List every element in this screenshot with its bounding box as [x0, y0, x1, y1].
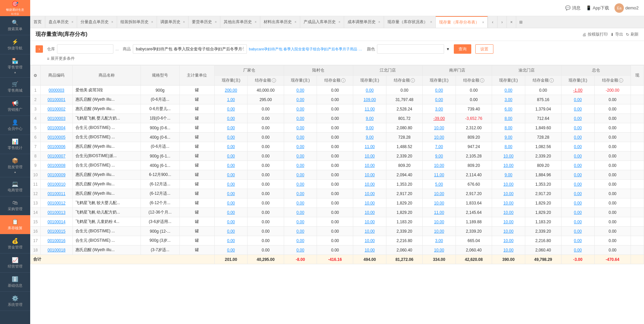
row-na-qty[interactable]: 3.00	[423, 236, 456, 245]
row-code[interactable]: 00100002	[41, 104, 72, 114]
sidebar-item-wholesale[interactable]: 📦 批发管理 ▲	[0, 154, 30, 177]
tab-next-btn[interactable]: ›	[497, 16, 506, 28]
row-yb-qty[interactable]: 3.00	[492, 95, 525, 104]
row-zc-qty[interactable]: 0.00	[561, 151, 594, 161]
row-yb-qty[interactable]: 8.00	[492, 114, 525, 123]
row-yb-qty[interactable]: 10.00	[492, 217, 525, 227]
row-jb-qty[interactable]: 11.00	[353, 104, 386, 114]
sidebar-item-member[interactable]: 👤 会员中心	[0, 116, 30, 135]
row-jb-qty[interactable]: 9.00	[353, 123, 386, 133]
tab-stocktake-close[interactable]: ×	[71, 20, 73, 24]
row-lc-qty[interactable]: 0.00	[284, 123, 317, 133]
row-na-qty[interactable]: 7.00	[423, 142, 456, 151]
row-zc-qty[interactable]: 0.00	[561, 142, 594, 151]
row-yb-qty[interactable]: 8.00	[492, 142, 525, 151]
tab-prev-btn[interactable]: ‹	[488, 16, 497, 28]
yb-amt-info[interactable]: i	[549, 78, 554, 83]
row-lc-qty[interactable]: 0.00	[284, 161, 317, 170]
row-zc-qty[interactable]: 0.00	[561, 170, 594, 180]
row-zc-qty[interactable]: 0.00	[561, 123, 594, 133]
row-code[interactable]: 00100012	[41, 198, 72, 208]
row-yb-qty[interactable]: 10.00	[492, 161, 525, 170]
row-lc-qty[interactable]: 0.00	[284, 86, 317, 95]
sidebar-item-info[interactable]: ℹ️ 基础信息	[0, 273, 30, 292]
row-jb-qty[interactable]: 10.00	[353, 217, 386, 227]
tab-other-out-close[interactable]: ×	[255, 20, 257, 24]
jb-amt-info[interactable]: i	[411, 78, 415, 83]
row-jb-qty[interactable]: 9.00	[353, 133, 386, 142]
tab-partial-stocktake[interactable]: 分量盘点单历史 ×	[77, 16, 117, 28]
row-code[interactable]: 00100004	[41, 123, 72, 133]
row-zc-qty[interactable]: 0.00	[561, 236, 594, 245]
tab-assemble[interactable]: 组装拆卸单历史 ×	[117, 16, 157, 28]
row-fj-qty[interactable]: 1.00	[214, 95, 248, 104]
row-jb-qty[interactable]: 10.00	[353, 227, 386, 236]
row-code[interactable]: 00100016	[41, 236, 72, 245]
row-fj-qty[interactable]: 0.00	[214, 114, 248, 123]
row-na-qty[interactable]: 11.00	[423, 170, 456, 180]
row-na-qty[interactable]: 10.00	[423, 123, 456, 133]
tab-partial-close[interactable]: ×	[111, 20, 113, 24]
row-yb-qty[interactable]: 0.00	[492, 86, 525, 95]
row-code[interactable]: 00100007	[41, 151, 72, 161]
tab-cost-adjust[interactable]: 成本调整单历史 ×	[344, 16, 384, 28]
row-zc-qty[interactable]: 0.00	[561, 133, 594, 142]
app-download-btn[interactable]: 📱 App下载	[586, 5, 609, 11]
row-fj-qty[interactable]: 0.00	[214, 133, 248, 142]
row-fj-qty[interactable]: 0.00	[214, 123, 248, 133]
sidebar-item-purchase[interactable]: 🛍 采购管理	[0, 196, 30, 215]
row-zc-qty[interactable]: 0.00	[561, 227, 594, 236]
tab-cost-adjust-close[interactable]: ×	[378, 20, 380, 24]
row-jb-qty[interactable]: 10.00	[353, 151, 386, 161]
row-yb-qty[interactable]: 9.00	[492, 170, 525, 180]
row-jb-qty[interactable]: 10.00	[353, 170, 386, 180]
row-na-qty[interactable]: 0.00	[423, 86, 456, 95]
row-code[interactable]: 00100010	[41, 180, 72, 189]
print-btn[interactable]: 🖨 按模版打印	[582, 32, 608, 37]
sidebar-item-retail[interactable]: 🏪 零售管理 ▲	[0, 54, 30, 78]
row-zc-qty[interactable]: 0.00	[561, 245, 594, 255]
row-zc-qty[interactable]: 0.00	[561, 104, 594, 114]
tab-order[interactable]: 要货单历史 ×	[189, 16, 220, 28]
row-code[interactable]: 00100014	[41, 217, 72, 227]
row-yb-qty[interactable]: 8.00	[492, 123, 525, 133]
row-code[interactable]: 00100003	[41, 114, 72, 123]
expand-more-btn[interactable]: ≡ 展开更多条件	[47, 56, 639, 61]
color-input[interactable]	[377, 44, 444, 54]
tab-stocktake[interactable]: 盘点单历史 ×	[45, 16, 77, 28]
row-lc-qty[interactable]: 0.00	[284, 217, 317, 227]
na-amt-info[interactable]: i	[480, 78, 484, 83]
tab-stock-status[interactable]: 现存量（库存状况表） ×	[384, 16, 436, 28]
row-fj-qty[interactable]: 0.00	[214, 142, 248, 151]
row-jb-qty[interactable]: 10.00	[353, 208, 386, 217]
row-na-qty[interactable]: 11.00	[423, 208, 456, 217]
sidebar-item-marketing[interactable]: 📢 营销推广	[0, 97, 30, 116]
row-fj-qty[interactable]: 200.00	[214, 86, 248, 95]
row-yb-qty[interactable]: 10.00	[492, 245, 525, 255]
row-fj-qty[interactable]: 0.00	[214, 198, 248, 208]
row-lc-qty[interactable]: 0.00	[284, 227, 317, 236]
row-fj-qty[interactable]: 0.00	[214, 227, 248, 236]
row-zc-qty[interactable]: 0.00	[561, 161, 594, 170]
row-na-qty[interactable]: -39.00	[423, 114, 456, 123]
row-na-qty[interactable]: 9.00	[423, 151, 456, 161]
row-yb-qty[interactable]: 10.00	[492, 227, 525, 236]
row-yb-qty[interactable]: 10.00	[492, 189, 525, 198]
row-yb-qty[interactable]: 10.00	[492, 208, 525, 217]
tab-home[interactable]: 首页	[30, 16, 45, 28]
row-lc-qty[interactable]: 0.00	[284, 151, 317, 161]
row-lc-qty[interactable]: 0.00	[284, 180, 317, 189]
row-yb-qty[interactable]: 6.00	[492, 104, 525, 114]
tab-expand-btn[interactable]: ⊞	[516, 16, 525, 28]
user-menu[interactable]: Ea demo2	[614, 3, 639, 13]
row-jb-qty[interactable]: 0.00	[353, 86, 386, 95]
sidebar-item-search[interactable]: 🔍 搜索英单	[0, 16, 30, 35]
row-code[interactable]: 00100009	[41, 170, 72, 180]
sidebar-item-inventory[interactable]: 📋 库存核算	[0, 215, 30, 234]
row-na-qty[interactable]: 10.00	[423, 217, 456, 227]
row-fj-qty[interactable]: 0.00	[214, 104, 248, 114]
search-button[interactable]: 查询	[454, 44, 471, 54]
row-na-qty[interactable]: 10.00	[423, 198, 456, 208]
tab-assemble-close[interactable]: ×	[151, 20, 153, 24]
row-jb-qty[interactable]: 10.00	[353, 180, 386, 189]
